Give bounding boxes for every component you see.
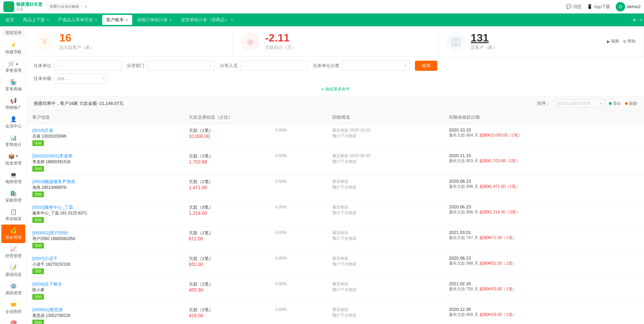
sidebar-finance-label: 资金管理 <box>5 235 22 240</box>
view-video-btn[interactable]: ▶ 视频 <box>607 38 619 44</box>
message-btn[interactable]: 💬 消息 <box>566 4 582 10</box>
sidebar-item-finance[interactable]: 💰 资金管理 <box>1 225 25 243</box>
sidebar-item-batch-mgmt[interactable]: 📦 ▼ 批发管理 <box>0 150 27 169</box>
overdue-amount-link[interactable]: 超期¥429.00（1笔） <box>479 312 516 317</box>
quick-nav-icon: ⚡ <box>10 42 17 48</box>
debt-info-cell: 欠款（1笔） 429.00 <box>184 303 268 324</box>
sidebar-item-enterprise-coop[interactable]: 🤝 企业协同 <box>0 299 27 317</box>
tab-customer-account[interactable]: 客户账本 ✕ <box>102 15 132 25</box>
sidebar-item-quick-nav[interactable]: ⚡ 快捷导航 <box>0 39 27 58</box>
debt-percent: 0.00% <box>275 256 287 261</box>
tab-product-history-close[interactable]: ✕ <box>94 18 97 22</box>
balance-select[interactable]: 选择... ▾ <box>54 73 108 84</box>
customer-table: 客户信息 欠款交易信息（占比） 回收情况 到期未收款日期 [0016]吕俊 吕俊… <box>27 111 644 324</box>
recovery-cell: 最近收款 预计下次收款 <box>327 278 444 303</box>
sidebar-item-member[interactable]: 👤 会员中心 <box>0 113 27 132</box>
manager-dots: ··· <box>243 62 248 69</box>
sort-label: 排序： <box>537 100 550 107</box>
overdue-amount-link[interactable]: 超期¥1,471.00（1笔） <box>479 184 520 189</box>
tab-fullscreen-icon[interactable]: ⤢ <box>639 18 643 23</box>
overdue-amount-link[interactable]: 超期¥652.00（1笔） <box>479 261 516 266</box>
tab-purchase-order[interactable]: 采购订单统计表 ✕ <box>133 15 176 25</box>
avatar: D <box>616 2 625 11</box>
debt-amount: 672.00 <box>189 236 262 241</box>
table-row: [0003]畅捷服务尹海燕 海燕 18513066976 现销 欠款（1笔） 1… <box>27 175 644 201</box>
table-row: [0002]服务中心_丁磊 服务中心_丁磊 181 0125 8371 现销 欠… <box>27 201 644 227</box>
customer-tag: 现销 <box>32 192 44 197</box>
debt-amount: 455.90 <box>189 287 262 293</box>
tab-collapse-icon[interactable]: ✕ <box>633 18 636 23</box>
overdue-amount-link[interactable]: 超期¥672.00（1笔） <box>479 235 516 240</box>
sidebar-item-marketing[interactable]: 📢 营销推广 <box>0 95 27 113</box>
sidebar-item-new-guide[interactable]: 🎯 新手引导 <box>0 317 27 324</box>
sidebar-item-system[interactable]: ⚙️ 系统管理 <box>0 280 27 299</box>
customer-code-link[interactable]: [0002]服务中心_丁磊 <box>32 205 73 210</box>
results-bar: 搜索结果中，客户16家 欠款金额 -21,148.07元 排序： 按欠款金额倒序… <box>27 96 644 111</box>
tab-inbound-stats[interactable]: 进货单统计表（按商品） ✕ <box>177 15 237 25</box>
customer-code-link[interactable]: [000001]黄思源 <box>32 307 63 312</box>
sidebar-item-retail-stats[interactable]: 📊 零售统计 <box>0 132 27 150</box>
manager-input[interactable]: ··· <box>240 61 308 71</box>
debt-percent-cell: 0.00% <box>267 252 327 278</box>
help-icon: ⊘ <box>623 39 626 44</box>
overdue-amount-link[interactable]: 超期¥1,703.68（1笔） <box>479 158 520 163</box>
overdue-amount-link[interactable]: 超期¥10,000.00（1笔） <box>479 133 522 138</box>
debt-count: 欠款（3笔） <box>189 204 262 210</box>
table-header-row: 客户信息 欠款交易信息（占比） 回收情况 到期未收款日期 <box>27 111 644 124</box>
customer-code-link[interactable]: [0003]畅捷服务尹海燕 <box>32 179 75 184</box>
tab-customer-account-close[interactable]: ✕ <box>125 18 128 22</box>
overdue-days: 最长欠款 998 天 超期¥1,214.00（3笔） <box>449 209 639 215</box>
app-download-btn[interactable]: 📱 App下载 <box>587 4 610 10</box>
tab-purchase-order-close[interactable]: ✕ <box>169 18 172 22</box>
latest-collection: 最近收款 2020-06-30 <box>332 153 438 159</box>
export-btn[interactable]: 导出 <box>609 101 621 107</box>
customer-name: 李老师 18600391516 <box>32 159 178 165</box>
sidebar-item-retail-mgmt[interactable]: 🛒 ▲ 零售管理 <box>0 58 27 76</box>
recovery-cell: 最近收款 预计下次收款 <box>327 227 444 252</box>
debt-amount: 10,000.00 <box>189 134 262 139</box>
view-video-label: 视频 <box>611 38 619 44</box>
refresh-btn[interactable]: 刷新 <box>625 101 637 107</box>
sidebar-item-purchase[interactable]: 🛍️ 采购管理 <box>0 187 27 206</box>
due-date-cell: 2020.10.15 最长欠款 884 天 超期¥10,000.00（1笔） <box>444 124 644 150</box>
manager-label: 分管人员 <box>220 63 237 69</box>
tab-product-shelf-close[interactable]: ✕ <box>46 18 49 22</box>
recovery-cell: 最近收款 预计下次收款 <box>327 252 444 278</box>
sidebar-item-retail-mall[interactable]: 🏪 零售商城 <box>0 76 27 95</box>
collapse-label: 收起更多条件 <box>326 86 350 92</box>
batch-mgmt-arrow: ▼ <box>16 154 19 158</box>
customer-tag: 现销 <box>32 217 44 223</box>
sidebar-item-inventory[interactable]: 📋 库存核算 <box>0 206 27 225</box>
due-date: 2020.10.15 <box>449 127 639 132</box>
debt-amount: 652.00 <box>189 262 262 267</box>
customer-code-link[interactable]: [0001020001]李老师 <box>32 153 73 158</box>
sidebar-item-operations[interactable]: 📈 经营管理 <box>0 243 27 262</box>
from-unit-input[interactable]: ··· <box>54 61 121 71</box>
debt-info-cell: 欠款（1笔） 10,000.00 <box>184 124 268 150</box>
overdue-amount-link[interactable]: 超期¥1,214.00（3笔） <box>479 210 520 214</box>
tab-inbound-stats-close[interactable]: ✕ <box>230 18 233 22</box>
tab-product-shelf[interactable]: 商品上下架 ✕ <box>19 15 53 25</box>
sidebar-search-input[interactable] <box>2 29 25 36</box>
customer-code-link[interactable]: [0016]吕俊 <box>32 128 53 133</box>
collapse-button[interactable]: ∧ 收起更多条件 <box>34 86 637 92</box>
unit-category-input[interactable]: ▾ <box>342 61 410 71</box>
customer-code-link[interactable]: [000002]用户2050 <box>32 230 68 235</box>
sort-select[interactable]: 按欠款金额倒序排序 ▾ <box>554 99 605 108</box>
tab-customer-account-label: 客户账本 <box>106 17 124 23</box>
sidebar-item-ecommerce[interactable]: 💻 电商管理 <box>0 169 27 187</box>
user-area[interactable]: D demo2 <box>616 2 641 11</box>
search-button[interactable]: 查询 <box>415 61 437 71</box>
debt-info-cell: 欠款（1笔） 455.90 <box>184 278 268 303</box>
sidebar-item-basic-info[interactable]: 📝 基础信息 <box>0 262 27 280</box>
help-btn[interactable]: ⊘ 帮助 <box>623 38 636 44</box>
customer-code-link[interactable]: [0007]小进千 <box>32 256 58 261</box>
tab-home[interactable]: 首页 <box>1 15 18 25</box>
overdue-amount-link[interactable]: 超期¥455.90（1笔） <box>479 287 516 291</box>
next-collection: 预计下次收款 <box>332 210 438 216</box>
customer-code-link[interactable]: [0006]去下粮仓 <box>32 282 62 287</box>
tab-bar: 首页 商品上下架 ✕ 产成品入库单历史 ✕ 客户账本 ✕ 采购订单统计表 ✕ 进… <box>0 13 644 26</box>
dept-input[interactable]: ▾ <box>147 61 215 71</box>
tab-product-history[interactable]: 产成品入库单历史 ✕ <box>54 15 102 25</box>
dropdown-icon[interactable]: ▾ <box>84 3 87 10</box>
